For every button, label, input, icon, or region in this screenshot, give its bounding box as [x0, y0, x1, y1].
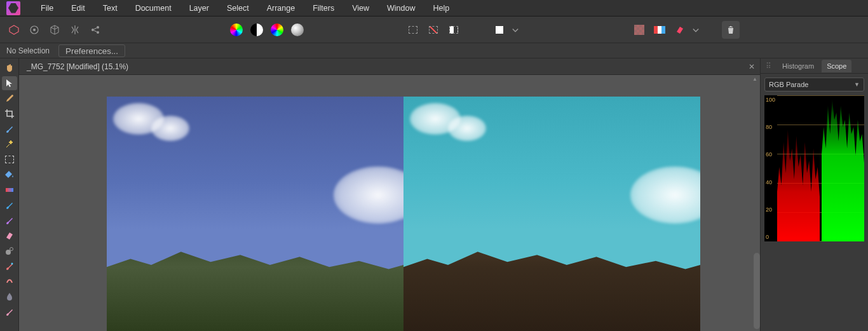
- svg-point-9: [11, 263, 13, 265]
- image-right-edited: [403, 97, 700, 331]
- menu-select[interactable]: Select: [218, 0, 258, 17]
- vertical-scrollbar[interactable]: [754, 253, 760, 329]
- menubar: File Edit Text Document Layer Select Arr…: [0, 0, 868, 17]
- bw-adj-icon[interactable]: [248, 21, 266, 39]
- mask-dropdown-icon[interactable]: [511, 21, 520, 39]
- menu-text[interactable]: Text: [94, 0, 126, 17]
- panel-drag-handle-icon[interactable]: ⠿: [766, 62, 771, 71]
- close-tab-icon[interactable]: ✕: [749, 62, 760, 71]
- menu-arrange[interactable]: Arrange: [258, 0, 304, 17]
- preferences-button[interactable]: Preferences...: [58, 44, 125, 57]
- image-left-original: [107, 97, 403, 331]
- menu-file[interactable]: File: [32, 0, 62, 17]
- menu-help[interactable]: Help: [424, 0, 459, 17]
- eraser-dropdown-icon[interactable]: [691, 21, 700, 39]
- document-tab[interactable]: _MG_7752 [Modified] (15.1%): [19, 58, 136, 75]
- paint-brush-tool-icon[interactable]: [2, 198, 17, 212]
- menu-edit[interactable]: Edit: [62, 0, 94, 17]
- share-icon[interactable]: [86, 21, 104, 39]
- svg-point-5: [97, 31, 99, 34]
- blur-tool-icon[interactable]: [2, 290, 17, 304]
- menu-view[interactable]: View: [343, 0, 378, 17]
- quick-mask-icon[interactable]: [491, 21, 508, 39]
- healing-brush-tool-icon[interactable]: [2, 274, 17, 288]
- crop-tool-icon[interactable]: [2, 107, 17, 121]
- sphere-adj-icon[interactable]: [288, 21, 306, 39]
- canvas-image: [107, 97, 700, 331]
- flood-fill-tool-icon[interactable]: [2, 168, 17, 182]
- marquee-tool-icon[interactable]: [2, 152, 17, 166]
- persona-icon[interactable]: [5, 21, 23, 39]
- menu-filters[interactable]: Filters: [304, 0, 343, 17]
- paint-mixer-tool-icon[interactable]: [2, 213, 17, 227]
- flag-swatch-icon[interactable]: [651, 21, 668, 39]
- parade-green: [822, 98, 864, 241]
- main-toolbar: [0, 17, 868, 43]
- clone-brush-tool-icon[interactable]: [2, 244, 17, 258]
- cube-icon[interactable]: [46, 21, 64, 39]
- tab-histogram[interactable]: Histogram: [777, 60, 819, 72]
- selection-brush-tool-icon[interactable]: [2, 122, 17, 136]
- magic-wand-tool-icon[interactable]: [2, 137, 17, 151]
- svg-point-8: [10, 248, 13, 251]
- tab-scope[interactable]: Scope: [822, 60, 851, 72]
- circle-target-icon[interactable]: [25, 21, 43, 39]
- color-picker-tool-icon[interactable]: [2, 91, 17, 105]
- document-tab-bar: _MG_7752 [Modified] (15.1%) ✕: [19, 58, 760, 75]
- svg-marker-0: [10, 25, 18, 34]
- tool-strip: [0, 58, 19, 331]
- panel-tabs: ⠿ Histogram Scope: [761, 58, 868, 74]
- view-hand-tool-icon[interactable]: [2, 61, 17, 75]
- panel-collapse-icon[interactable]: ▲: [752, 76, 757, 82]
- canvas-viewport[interactable]: ▲: [19, 75, 760, 331]
- svg-point-7: [6, 250, 11, 255]
- smudge-brush-tool-icon[interactable]: [2, 305, 17, 319]
- svg-point-2: [33, 29, 36, 31]
- chevron-down-icon: ▼: [854, 81, 860, 88]
- svg-point-3: [97, 26, 99, 29]
- gradient-adj-icon[interactable]: [227, 21, 245, 39]
- marquee-icon[interactable]: [404, 21, 422, 39]
- parade-red: [777, 118, 820, 242]
- invert-marquee-icon[interactable]: [445, 21, 463, 39]
- scope-mode-dropdown[interactable]: RGB Parade ▼: [764, 78, 864, 91]
- menu-window[interactable]: Window: [378, 0, 424, 17]
- document-tab-label: _MG_7752 [Modified] (15.1%): [27, 58, 128, 75]
- eraser-brush-icon[interactable]: [671, 21, 689, 39]
- erase-brush-tool-icon[interactable]: [2, 229, 17, 243]
- gradient-tool-icon[interactable]: [2, 183, 17, 197]
- move-tool-icon[interactable]: [2, 76, 17, 90]
- right-panel: ⠿ Histogram Scope RGB Parade ▼ 100 80 60…: [760, 58, 868, 331]
- crossout-marquee-icon[interactable]: [424, 21, 442, 39]
- grid-swatch-icon[interactable]: [630, 21, 648, 39]
- scope-display: 100 80 60 40 20 0: [764, 95, 864, 241]
- selection-status: No Selection: [0, 46, 56, 55]
- inpaint-tool-icon[interactable]: [2, 259, 17, 273]
- scope-mode-label: RGB Parade: [769, 81, 808, 88]
- color-wheel-icon[interactable]: [268, 21, 286, 39]
- svg-rect-6: [6, 188, 13, 192]
- menu-layer[interactable]: Layer: [180, 0, 218, 17]
- context-bar: No Selection Preferences...: [0, 43, 868, 58]
- scope-graph: [777, 95, 864, 241]
- svg-point-4: [92, 29, 94, 31]
- mirror-icon[interactable]: [66, 21, 84, 39]
- app-logo-icon[interactable]: [6, 1, 20, 15]
- canvas-area: _MG_7752 [Modified] (15.1%) ✕ ▲: [19, 58, 760, 331]
- scope-axis: 100 80 60 40 20 0: [766, 95, 777, 241]
- menu-document[interactable]: Document: [126, 0, 180, 17]
- trash-icon[interactable]: [722, 21, 740, 39]
